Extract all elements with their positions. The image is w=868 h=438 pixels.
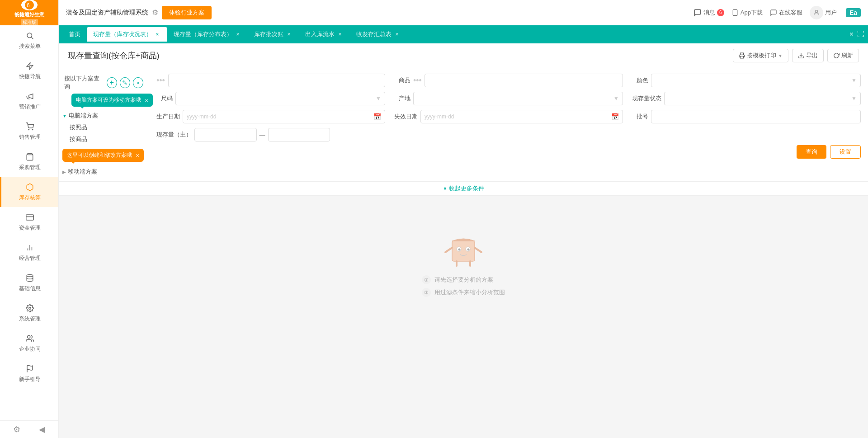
status-select[interactable]: ▼ [664, 92, 861, 105]
expdate-input[interactable]: yyyy-mm-dd 📅 [420, 110, 623, 123]
tab-inventory-dist-close[interactable]: × [234, 31, 241, 38]
tab-receive[interactable]: 收发存汇总表 × [350, 27, 407, 42]
sidebar-item-purchase[interactable]: 采购管理 [0, 146, 58, 177]
tab-inout-close[interactable]: × [336, 31, 344, 38]
box-icon [25, 182, 35, 192]
svg-line-30 [475, 248, 481, 252]
msg-label: 消息 [703, 9, 715, 17]
ea-badge: Ea [846, 8, 861, 17]
sidebar-item-basic[interactable]: 基础信息 [0, 268, 58, 298]
app-download-btn[interactable]: App下载 [731, 9, 763, 17]
goods-input[interactable] [425, 74, 623, 87]
app-label: App下载 [741, 9, 763, 17]
settings-icon[interactable]: ⚙ [152, 8, 158, 17]
tab-inventory-dist[interactable]: 现存量（库存分布表） × [167, 27, 248, 42]
tab-home[interactable]: 首页 [62, 27, 87, 42]
tab-inout-label: 出入库流水 [305, 30, 335, 38]
filter-field-batch: 批号 [632, 110, 861, 123]
tab-receive-label: 收发存汇总表 [356, 30, 392, 38]
goods-dots[interactable]: ••• [413, 76, 422, 85]
empty-step-2: ② 用过滤条件来缩小分析范围 [422, 288, 505, 297]
proddate-input[interactable]: yyyy-mm-dd 📅 [183, 110, 385, 123]
back-btn[interactable]: « [133, 77, 143, 88]
tab-batch[interactable]: 库存批次账 × [248, 27, 299, 42]
field1-dots[interactable]: ••• [156, 76, 165, 85]
sidebar-item-search[interactable]: 搜索菜单 [0, 25, 58, 56]
tab-bar: 首页 现存量（库存状况表） × 现存量（库存分布表） × 库存批次账 × 出入库… [59, 25, 868, 43]
tab-home-label: 首页 [69, 30, 80, 38]
export-btn[interactable]: 导出 [792, 49, 824, 62]
print-btn[interactable]: 按模板打印 ▼ [733, 49, 788, 62]
filter-field-color: 颜色 ▼ [632, 74, 861, 87]
set-btn[interactable]: 设置 [830, 145, 861, 159]
tab-inventory-status[interactable]: 现存量（库存状况表） × [87, 27, 167, 42]
field1-input[interactable] [168, 74, 385, 87]
refresh-btn[interactable]: 刷新 [827, 49, 859, 62]
industry-btn[interactable]: 体验行业方案 [162, 6, 212, 19]
filter-field-size: 尺码 ▼ [156, 92, 385, 105]
svg-point-6 [32, 129, 33, 130]
calendar1-icon[interactable]: 📅 [373, 113, 381, 120]
edit-scheme-btn[interactable]: ✎ [120, 77, 130, 88]
service-label: 在线客服 [779, 9, 802, 17]
query-btn[interactable]: 查询 [797, 145, 826, 159]
sidebar-item-finance-label: 资金管理 [19, 224, 41, 232]
svg-rect-8 [26, 215, 34, 220]
stock-min-input[interactable] [194, 128, 257, 141]
color-select[interactable]: ▼ [651, 74, 861, 87]
msg-btn[interactable]: 消息 6 [693, 9, 724, 17]
tab-close-all-btn[interactable]: × [849, 30, 854, 38]
tab-receive-close[interactable]: × [393, 31, 401, 38]
tab-inout[interactable]: 出入库流水 × [299, 27, 350, 42]
chart-icon [25, 243, 35, 253]
tooltip1-close-btn[interactable]: × [145, 97, 148, 104]
tab-inventory-status-close[interactable]: × [154, 31, 161, 38]
bag-icon [25, 152, 35, 162]
wallet-icon [25, 212, 35, 222]
sidebar-item-finance[interactable]: 资金管理 [0, 207, 58, 237]
sidebar-item-guide[interactable]: 新手引导 [0, 358, 58, 389]
add-scheme-btn[interactable]: + [107, 77, 117, 88]
tooltip2-text: 这里可以创建和修改方案哦 [67, 151, 132, 159]
sidebar-item-coop[interactable]: 企业协同 [0, 328, 58, 358]
lightning-icon [25, 61, 35, 71]
sidebar-item-sales[interactable]: 销售管理 [0, 116, 58, 146]
svg-point-2 [27, 33, 32, 38]
sidebar-item-system-label: 系统管理 [19, 315, 41, 323]
tab-batch-close[interactable]: × [285, 31, 292, 38]
sidebar-item-inventory[interactable]: 库存核算 [0, 177, 58, 207]
page-title: 现存量查询(按仓库+商品) [68, 50, 160, 61]
sidebar-item-search-label: 搜索菜单 [19, 42, 41, 50]
scheme-sub-1[interactable]: 按照品 [59, 122, 149, 133]
size-select[interactable]: ▼ [175, 92, 385, 105]
sidebar-item-guide-label: 新手引导 [19, 376, 41, 383]
service-btn[interactable]: 在线客服 [770, 9, 802, 17]
filter-label: 按以下方案查询 [64, 75, 104, 91]
sidebar-item-system[interactable]: 系统管理 [0, 298, 58, 328]
header-left: 装备及固定资产辅助管理系统 ⚙ 体验行业方案 [66, 6, 212, 19]
collapse-sidebar-btn[interactable]: ◀ [39, 424, 45, 434]
batch-input[interactable] [651, 110, 861, 123]
sidebar-item-quick[interactable]: 快捷导航 [0, 56, 58, 86]
filter-fields-area: ••• 商品 ••• 颜色 ▼ [149, 68, 868, 181]
filter-row4: 现存量（主） — [156, 128, 861, 141]
filter-field-goods: 商品 ••• [394, 74, 623, 87]
calendar2-icon[interactable]: 📅 [611, 113, 619, 120]
svg-point-25 [458, 249, 461, 251]
user-btn[interactable]: 用户 [810, 6, 837, 19]
goods-label: 商品 [394, 76, 410, 85]
collapse-bar[interactable]: ∧ 收起更多条件 [59, 182, 868, 196]
cart-icon [25, 122, 35, 132]
tooltip2-close-btn[interactable]: × [136, 152, 139, 159]
stock-max-input[interactable] [268, 128, 330, 141]
pc-scheme-item[interactable]: ▼ 电脑端方案 [59, 110, 149, 122]
settings-bottom-btn[interactable]: ⚙ [13, 424, 20, 434]
origin-select[interactable]: ▼ [413, 92, 623, 105]
tab-fullscreen-btn[interactable]: ⛶ [857, 30, 864, 38]
scheme-sub-2[interactable]: 按商品 [59, 133, 149, 145]
sidebar-item-marketing[interactable]: 营销推广 [0, 86, 58, 116]
sidebar-item-operation[interactable]: 经营管理 [0, 237, 58, 268]
user-label: 用户 [825, 9, 837, 17]
mobile-scheme-item[interactable]: ▶ 移动端方案 [59, 166, 149, 178]
main-content: 装备及固定资产辅助管理系统 ⚙ 体验行业方案 消息 6 App下载 在线客服 [59, 0, 868, 438]
